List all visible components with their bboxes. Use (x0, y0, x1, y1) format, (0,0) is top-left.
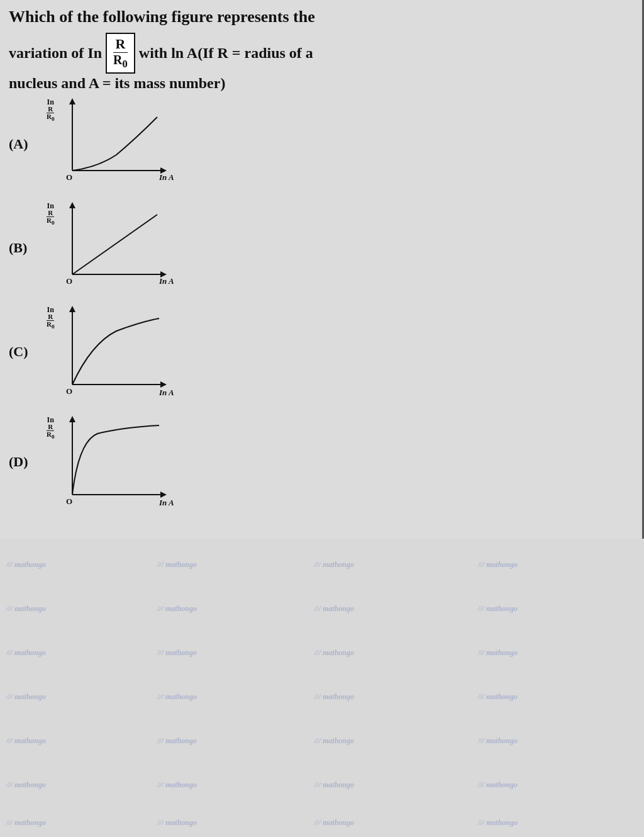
watermark: /// mathongo (478, 648, 518, 658)
watermark: /// mathongo (6, 648, 46, 658)
fraction-numerator: R (113, 36, 128, 53)
option-d-row: (D) In R R0 (9, 416, 635, 520)
watermark: /// mathongo (6, 818, 46, 828)
option-c-label: (C) (9, 306, 39, 360)
svg-text:In A: In A (158, 388, 174, 397)
option-b-svg: O In A (60, 202, 179, 293)
svg-marker-22 (160, 492, 167, 498)
watermark: /// mathongo (6, 692, 46, 702)
fraction-denominator: R0 (113, 53, 128, 70)
watermark: /// mathongo (314, 648, 354, 658)
watermark: /// mathongo (6, 560, 46, 570)
option-a-label: (A) (9, 98, 39, 152)
svg-text:O: O (66, 386, 72, 396)
option-d-label: (D) (9, 416, 39, 470)
watermark: /// mathongo (6, 780, 46, 790)
main-content: Which of the following figure represents… (0, 0, 644, 539)
svg-marker-7 (69, 202, 75, 208)
question-block: Which of the following figure represents… (9, 6, 635, 92)
watermark: /// mathongo (314, 692, 354, 702)
watermark: /// mathongo (6, 736, 46, 746)
watermark: /// mathongo (478, 560, 518, 570)
svg-line-10 (72, 215, 157, 274)
option-d-graph: In R R0 (44, 416, 182, 520)
watermark: /// mathongo (6, 604, 46, 614)
option-b-graph: In R R0 (44, 202, 182, 300)
option-a-row: (A) In R R0 (9, 98, 635, 196)
question-line1: Which of the following figure represents… (9, 6, 635, 28)
watermark: /// mathongo (314, 780, 354, 790)
watermark: /// mathongo (157, 780, 197, 790)
option-d-svg: O In A (60, 416, 179, 514)
watermark: /// mathongo (157, 604, 197, 614)
watermark: /// mathongo (478, 780, 518, 790)
variation-text: variation of In (9, 45, 102, 62)
svg-marker-14 (69, 306, 75, 312)
page-wrapper: /// mathongo /// mathongo /// mathongo /… (0, 0, 644, 837)
watermark: /// mathongo (157, 692, 197, 702)
svg-marker-1 (69, 98, 75, 104)
watermark: /// mathongo (157, 818, 197, 828)
watermark: /// mathongo (478, 604, 518, 614)
option-c-svg: O In A (60, 306, 179, 403)
option-a-svg: O In A (60, 98, 179, 189)
option-c-y-label: In R R0 (45, 306, 56, 330)
question-text-line1: Which of the following figure represents… (9, 8, 315, 26)
with-text: with ln A(If R = radius of a (139, 45, 313, 62)
watermark: /// mathongo (157, 560, 197, 570)
watermark: /// mathongo (314, 736, 354, 746)
svg-text:In A: In A (158, 172, 174, 182)
option-b-label: (B) (9, 202, 39, 256)
option-d-y-label: In R R0 (45, 416, 56, 440)
watermark: /// mathongo (157, 736, 197, 746)
svg-text:O: O (66, 172, 72, 182)
watermark: /// mathongo (478, 692, 518, 702)
watermark: /// mathongo (478, 818, 518, 828)
watermark: /// mathongo (314, 818, 354, 828)
svg-text:In A: In A (158, 498, 174, 507)
watermark: /// mathongo (478, 736, 518, 746)
options-container: (A) In R R0 (9, 98, 635, 526)
watermark: /// mathongo (157, 648, 197, 658)
watermark: /// mathongo (314, 560, 354, 570)
svg-marker-20 (69, 416, 75, 422)
svg-text:O: O (66, 276, 72, 286)
question-line2: variation of In R R0 with ln A(If R = ra… (9, 33, 635, 74)
svg-text:In A: In A (158, 276, 174, 286)
option-b-y-label: In R R0 (45, 202, 56, 226)
svg-text:O: O (66, 497, 72, 506)
option-b-row: (B) In R R0 (9, 202, 635, 300)
option-a-y-label: In R R0 (45, 98, 56, 122)
option-a-graph: In R R0 (44, 98, 182, 196)
option-c-graph: In R R0 (44, 306, 182, 410)
fraction-box: R R0 (106, 33, 135, 74)
watermark: /// mathongo (314, 604, 354, 614)
svg-marker-16 (160, 381, 167, 388)
question-line3: nucleus and A = its mass number) (9, 75, 635, 92)
option-c-row: (C) In R R0 (9, 306, 635, 410)
